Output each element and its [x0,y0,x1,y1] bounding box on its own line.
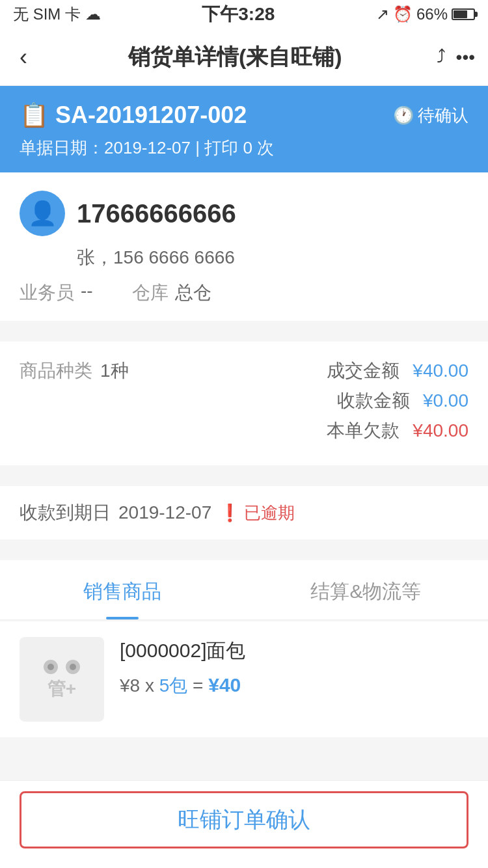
back-button[interactable]: ‹ [13,37,34,77]
order-icon: 📋 [20,102,49,129]
battery-percent: 66% [416,5,448,23]
product-item: 管+ [0000002]面包 ¥8 x 5包 = ¥40 [20,637,468,722]
owl-eye-right [66,660,80,674]
customer-phone: 17666666666 [77,199,236,228]
confirm-order-button[interactable]: 旺铺订单确认 [20,791,468,848]
owl-eye-left [44,660,58,674]
tab-settlement[interactable]: 结算&物流等 [244,560,488,619]
price-label: ¥8 x [120,675,159,696]
warehouse-label: 仓库 [132,280,169,305]
salesperson-label: 业务员 [20,280,74,305]
status-bar: 无 SIM 卡 ☁ 下午3:28 ↗ ⏰ 66% [0,0,488,29]
more-button[interactable]: ••• [456,47,475,68]
divider-2 [0,476,488,486]
stats-right: 成交金额 ¥40.00 收款金额 ¥0.00 本单欠款 ¥40.00 [327,359,468,448]
status-time: 下午3:28 [202,2,275,27]
order-status: 🕐 待确认 [393,104,468,127]
share-button[interactable]: ⤴ [437,47,446,68]
avatar-icon: 👤 [28,200,57,227]
product-info: [0000002]面包 ¥8 x 5包 = ¥40 [120,637,468,698]
product-total: ¥40 [208,674,241,696]
location-icon: ↗ [376,5,389,23]
due-section: 收款到期日 2019-12-07 ❗ 已逾期 [0,486,488,539]
warehouse-value: 总仓 [175,280,211,305]
sim-status: 无 SIM 卡 ☁ [13,4,101,25]
product-types-label: 商品种类 [20,359,92,383]
customer-avatar: 👤 [20,191,65,236]
tabs-section: 销售商品 结算&物流等 [0,560,488,620]
page-title: 销货单详情(来自旺铺) [34,42,437,72]
battery-icon [452,8,475,20]
overdue-text: 已逾期 [244,502,295,524]
overdue-badge: ❗ 已逾期 [219,502,295,524]
received-value: ¥0.00 [423,390,468,411]
status-right: ↗ ⏰ 66% [376,5,475,23]
customer-name: 张，156 6666 6666 [20,245,468,270]
due-label: 收款到期日 [20,500,111,525]
customer-meta: 业务员 -- 仓库 总仓 [20,280,468,305]
order-date: 单据日期：2019-12-07 | 打印 0 次 [20,137,468,159]
product-name: [0000002]面包 [120,637,468,664]
tab-sales-products[interactable]: 销售商品 [0,560,244,619]
stats-section: 商品种类 1种 成交金额 ¥40.00 收款金额 ¥0.00 本单欠款 ¥40.… [0,342,488,465]
product-types-value: 1种 [100,359,129,383]
product-logo: 管+ [36,660,88,699]
product-thumbnail: 管+ [20,637,104,722]
equals-sign: = [187,675,208,696]
customer-section: 👤 17666666666 张，156 6666 6666 业务员 -- 仓库 … [0,172,488,321]
balance-label: 本单欠款 [327,418,400,443]
divider-3 [0,550,488,560]
clock-icon: 🕐 [393,105,414,126]
salesperson-value: -- [81,280,93,305]
tabs-row: 销售商品 结算&物流等 [0,560,488,620]
transaction-label: 成交金额 [327,359,400,383]
overdue-icon: ❗ [219,503,240,523]
status-left: 无 SIM 卡 ☁ [13,4,101,25]
product-section: 管+ [0000002]面包 ¥8 x 5包 = ¥40 [0,621,488,737]
product-price: ¥8 x 5包 = ¥40 [120,673,468,698]
due-date: 2019-12-07 [118,502,211,523]
alarm-icon: ⏰ [393,5,413,23]
divider-1 [0,331,488,342]
owl-body: 管+ [47,677,76,701]
transaction-value: ¥40.00 [413,360,468,381]
nav-bar: ‹ 销货单详情(来自旺铺) ⤴ ••• [0,29,488,86]
received-label: 收款金额 [337,388,410,413]
nav-actions: ⤴ ••• [437,47,475,68]
order-id: 📋 SA-20191207-002 [20,102,247,129]
product-qty: 5包 [159,675,188,696]
order-banner: 📋 SA-20191207-002 🕐 待确认 单据日期：2019-12-07 … [0,86,488,172]
bottom-bar: 旺铺订单确认 [0,780,488,868]
balance-value: ¥40.00 [413,420,468,441]
